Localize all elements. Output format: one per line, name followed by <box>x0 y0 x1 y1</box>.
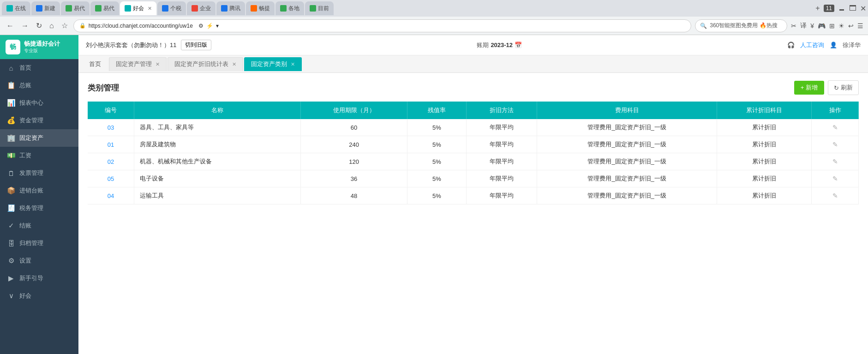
fixed-assets-icon: 🏢 <box>6 134 16 142</box>
sidebar-item-fixed-assets[interactable]: 🏢固定资产 <box>0 129 78 147</box>
edit-icon[interactable]: ✎ <box>832 141 838 148</box>
browser-tab-t11[interactable]: 目前 <box>305 1 334 15</box>
sidebar-item-close[interactable]: ✓结账 <box>0 217 78 234</box>
bookmark-button[interactable]: ☆ <box>60 19 70 32</box>
cell-code[interactable]: 02 <box>88 153 134 170</box>
grid-icon[interactable]: ⊞ <box>829 22 835 30</box>
company-name: 刘小艳演示套套（勿删勿动！）11 <box>86 41 176 49</box>
cell-code[interactable]: 05 <box>88 170 134 187</box>
sidebar-item-ledger[interactable]: 📋总账 <box>0 77 78 94</box>
address-bar: ← → ↻ ⌂ ☆ 🔒 https://cloud.chanjet.com/ac… <box>0 17 868 35</box>
edit-icon[interactable]: ✎ <box>832 192 838 199</box>
sidebar-item-home[interactable]: ⌂首页 <box>0 59 78 77</box>
url-bar[interactable]: 🔒 https://cloud.chanjet.com/accounting/u… <box>73 19 692 32</box>
edit-icon[interactable]: ✎ <box>832 124 838 131</box>
table-header-编号: 编号 <box>88 102 134 119</box>
edit-icon[interactable]: ✎ <box>832 158 838 165</box>
sidebar-item-guide[interactable]: ▶新手引导 <box>0 270 78 287</box>
page-tab-home[interactable]: 首页 <box>82 57 108 71</box>
cell-depreciation-account: 累计折旧 <box>717 153 811 170</box>
close-window-icon[interactable]: ✕ <box>860 4 866 13</box>
page-tab-close-depreciation-table[interactable]: ✕ <box>232 61 236 67</box>
translate-icon[interactable]: 译 <box>800 22 807 30</box>
reload-button[interactable]: ↻ <box>34 19 44 32</box>
sidebar-item-label-close: 结账 <box>19 222 31 230</box>
switch-to-old-version-button[interactable]: 切到旧版 <box>181 40 211 50</box>
sidebar-item-more[interactable]: ∨好会 <box>0 287 78 305</box>
cell-depreciation-account: 累计折旧 <box>717 187 811 204</box>
archive-icon: 🗄 <box>6 240 16 247</box>
invoice-icon: 🗒 <box>6 169 16 177</box>
sidebar-item-label-reports: 报表中心 <box>19 99 43 107</box>
cell-residual: 5% <box>407 153 467 170</box>
cell-name: 电子设备 <box>134 170 301 187</box>
browser-tab-t6[interactable]: 个税 <box>157 1 186 15</box>
browser-tab-t7[interactable]: 企业 <box>187 1 216 15</box>
site-settings-icon[interactable]: ⚙ <box>198 23 204 29</box>
tab-favicon <box>36 5 42 12</box>
cell-period: 120 <box>300 153 407 170</box>
sidebar-item-inventory[interactable]: 📦进销台账 <box>0 182 78 199</box>
maximize-icon[interactable]: 🗖 <box>849 4 856 12</box>
browser-tab-t1[interactable]: 在线 <box>2 1 30 15</box>
page-tab-label-depreciation-table: 固定资产折旧统计表 <box>174 60 228 68</box>
calendar-icon[interactable]: 📅 <box>515 42 522 48</box>
back-button[interactable]: ← <box>5 20 16 32</box>
forward-button[interactable]: → <box>19 20 30 32</box>
browser-tab-t4[interactable]: 易代 <box>90 1 119 15</box>
sidebar: 畅 畅捷通好会计 专业版 ⌂首页📋总账📊报表中心💰资金管理🏢固定资产💵工资🗒发票… <box>0 35 78 354</box>
table-header-操作: 操作 <box>812 102 859 119</box>
sidebar-item-payroll[interactable]: 💵工资 <box>0 147 78 164</box>
lightning-icon[interactable]: ⚡ <box>206 23 213 29</box>
browser-tab-t2[interactable]: 新建 <box>31 1 60 15</box>
page-tab-fixed-asset-category[interactable]: 固定资产类别✕ <box>244 57 302 71</box>
sidebar-item-tax[interactable]: 🧾税务管理 <box>0 199 78 217</box>
page-tab-depreciation-table[interactable]: 固定资产折旧统计表✕ <box>168 57 243 71</box>
browser-tab-t3[interactable]: 易代 <box>61 1 90 15</box>
service-label[interactable]: 人工咨询 <box>800 41 824 49</box>
cell-period: 48 <box>300 187 407 204</box>
scissors-icon[interactable]: ✂ <box>791 22 796 30</box>
table-header-累计折旧科目: 累计折旧科目 <box>717 102 811 119</box>
cell-code[interactable]: 04 <box>88 187 134 204</box>
page-tab-fixed-asset-mgmt[interactable]: 固定资产管理✕ <box>109 57 167 71</box>
sidebar-item-funds[interactable]: 💰资金管理 <box>0 112 78 129</box>
table-header-折旧方法: 折旧方法 <box>466 102 537 119</box>
menu-icon[interactable]: ☰ <box>857 22 863 30</box>
cell-period: 36 <box>300 170 407 187</box>
cell-method: 年限平均 <box>466 119 537 136</box>
dropdown-icon[interactable]: ▾ <box>216 23 219 29</box>
cell-code[interactable]: 01 <box>88 136 134 153</box>
browser-tab-t8[interactable]: 腾讯 <box>216 1 245 15</box>
period-label: 账期 <box>477 41 489 49</box>
sidebar-item-settings[interactable]: ⚙设置 <box>0 252 78 270</box>
cell-residual: 5% <box>407 136 467 153</box>
browser-tab-t9[interactable]: 畅提 <box>246 1 275 15</box>
home-button[interactable]: ⌂ <box>48 20 56 32</box>
minimize-icon[interactable]: 🗕 <box>838 4 845 12</box>
refresh-button[interactable]: ↻ 刷新 <box>828 80 859 95</box>
cell-name: 房屋及建筑物 <box>134 136 301 153</box>
page-tab-close-fixed-asset-category[interactable]: ✕ <box>291 61 295 67</box>
add-button[interactable]: + 新增 <box>794 81 824 95</box>
search-box[interactable]: 🔍 360智能抠图免费用 🔥热搜 <box>695 19 787 32</box>
sidebar-item-reports[interactable]: 📊报表中心 <box>0 94 78 112</box>
undo-icon[interactable]: ↩ <box>848 22 854 30</box>
game-icon[interactable]: 🎮 <box>818 22 826 30</box>
browser-tab-t10[interactable]: 各地 <box>275 1 304 15</box>
currency-icon[interactable]: ¥ <box>810 22 814 30</box>
cell-code[interactable]: 03 <box>88 119 134 136</box>
edit-icon[interactable]: ✎ <box>832 175 838 182</box>
cell-method: 年限平均 <box>466 187 537 204</box>
new-tab-button[interactable]: + <box>813 4 822 12</box>
table-header-残值率: 残值率 <box>407 102 467 119</box>
tab-close-icon[interactable]: ✕ <box>148 6 152 12</box>
sidebar-item-invoice[interactable]: 🗒发票管理 <box>0 164 78 182</box>
sidebar-item-archive[interactable]: 🗄归档管理 <box>0 234 78 252</box>
cell-period: 240 <box>300 136 407 153</box>
period-value: 2023-12 <box>491 42 513 48</box>
page-tab-close-fixed-asset-mgmt[interactable]: ✕ <box>156 61 160 67</box>
tab-label: 各地 <box>288 5 299 12</box>
browser-tab-t5[interactable]: 好会✕ <box>120 1 156 15</box>
brightness-icon[interactable]: ☀ <box>838 22 844 30</box>
